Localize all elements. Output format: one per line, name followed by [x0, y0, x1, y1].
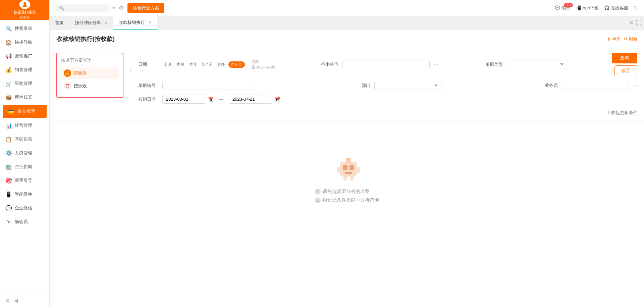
date-custom-badge[interactable]: 自定义 [228, 61, 245, 68]
tab-expand-icon[interactable]: ⛶ [636, 20, 641, 26]
logo-text: 畅捷通好生意 [14, 10, 36, 15]
sidebar-item-purchase[interactable]: 🛒 采购管理 [0, 77, 49, 90]
page-title: 收款核销执行(按收款) [56, 35, 115, 43]
main-content: 🔍 ▾ ⚙ 体验行业方案 💬 消息 99+ 📲 App下载 🎧 在线客服 Rit [50, 0, 644, 307]
refresh-icon: ↺ [624, 37, 627, 42]
export-icon: ⬆ [607, 37, 611, 42]
message-icon: 💬 [555, 5, 560, 10]
date-shortcut-thismonth[interactable]: 本月 [175, 61, 186, 68]
tab-receipt-close-icon[interactable]: ✕ [148, 20, 152, 25]
svg-rect-2 [343, 165, 347, 170]
svg-rect-10 [350, 176, 354, 181]
basics-icon: 📋 [5, 136, 12, 143]
svg-rect-4 [345, 172, 352, 174]
topbar-gear-icon[interactable]: ⚙ [119, 5, 123, 11]
refresh-button[interactable]: ↺ 刷新 [624, 36, 637, 42]
page-inner: 收款核销执行(按收款) ⬆ 导出 ↺ 刷新 按以下方案 [50, 30, 644, 307]
sidebar-item-enterprise[interactable]: 🏢 企业协同 [0, 160, 49, 173]
filter-receipt-label: 按收款 [74, 70, 87, 76]
tabbar: 首页 预付冲应付单 ✕ 收款核销执行 ✕ ✕ ⛶ [50, 16, 644, 30]
topbar-right: 💬 消息 99+ 📲 App下载 🎧 在线客服 Rit [555, 5, 639, 11]
staff-input[interactable] [562, 81, 629, 90]
settings-bottom-icon[interactable]: ⚙ [5, 297, 10, 304]
bill-no-label: 单据编号 [138, 83, 158, 89]
sidebar-item-hardware[interactable]: 📱 智能硬件 [0, 188, 49, 201]
sidebar-item-operations[interactable]: 📊 经营管理 [0, 119, 49, 132]
settings-button[interactable]: 设置 [614, 65, 637, 76]
counterpart-input[interactable] [342, 60, 430, 69]
tab-prepay-close-icon[interactable]: ✕ [104, 20, 108, 25]
sidebar-item-label: 销售管理 [15, 67, 32, 73]
query-form: 日期 上月 本月 本年 近7天 更多 自定义 不限 至 2023-07-26 [138, 53, 637, 116]
sidebar-item-member[interactable]: V 畅会员 [0, 215, 49, 228]
tab-home[interactable]: 首页 [50, 16, 69, 30]
filter-receipt-icon: 💰 [64, 69, 71, 77]
sidebar-item-label: 企业微信 [15, 205, 32, 211]
verify-date-from-calendar-icon[interactable]: 📅 [208, 97, 214, 102]
search-icon-top: 🔍 [59, 6, 64, 10]
filter-option-receivable[interactable]: ⏰ 按应收 [61, 80, 119, 92]
marketing-icon: 📢 [5, 53, 12, 59]
empty-illustration [330, 148, 364, 182]
topbar-chevron-icon[interactable]: ▾ [113, 6, 115, 10]
bill-type-select[interactable] [507, 60, 567, 69]
sidebar-item-sales[interactable]: 💰 销售管理 [0, 63, 49, 76]
topbar-search[interactable]: 🔍 [55, 4, 109, 12]
user-display[interactable]: Rit [634, 6, 639, 10]
tab-close-window-icon[interactable]: ✕ [629, 19, 633, 26]
member-icon: V [5, 218, 12, 225]
staff-dots-icon[interactable]: ··· [633, 83, 637, 89]
sidebar-item-inventory[interactable]: 📦 库存核算 [0, 91, 49, 104]
date-shortcut-7days[interactable]: 近7天 [201, 61, 214, 68]
logo-icon [19, 0, 30, 9]
empty-num-1: 1 [315, 189, 321, 195]
sidebar-item-basics[interactable]: 📋 基础信息 [0, 133, 49, 146]
collapse-sidebar-icon[interactable]: ◀ [14, 297, 18, 304]
sidebar-item-label: 快捷导航 [15, 39, 32, 45]
message-button[interactable]: 💬 消息 99+ [555, 5, 570, 11]
empty-state: 1 请先选择要分析的方案 2 用过滤条件来缩小分析范围 [50, 121, 644, 223]
query-button[interactable]: 查询 [612, 53, 637, 63]
sidebar-item-wechat[interactable]: 💬 企业微信 [0, 201, 49, 215]
filter-option-receipt[interactable]: 💰 按收款 [61, 67, 119, 79]
app-download-button[interactable]: 📲 App下载 [576, 5, 599, 11]
verify-date-to-input[interactable] [229, 95, 272, 104]
export-button[interactable]: ⬆ 导出 [607, 36, 621, 42]
verify-date-from-wrap: 📅 [162, 95, 214, 104]
svg-point-0 [23, 2, 26, 5]
sidebar-item-system[interactable]: ⚙️ 系统管理 [0, 146, 49, 160]
tab-prepay[interactable]: 预付冲应付单 ✕ [69, 16, 113, 30]
collapse-conditions-button[interactable]: 《 收起更多条件 [605, 110, 637, 116]
topbar: 🔍 ▾ ⚙ 体验行业方案 💬 消息 99+ 📲 App下载 🎧 在线客服 Rit [50, 0, 644, 16]
page: 收款核销执行(按收款) ⬆ 导出 ↺ 刷新 按以下方案 [50, 30, 644, 307]
collapse-filter-button[interactable]: 《 [126, 66, 133, 74]
bill-no-input[interactable] [162, 81, 256, 90]
sidebar-item-search[interactable]: 🔍 搜索菜单 [0, 22, 49, 35]
message-badge: 99+ [564, 3, 573, 7]
system-icon: ⚙️ [5, 150, 12, 156]
sidebar: 畅捷通好生意 标准版 🔍 搜索菜单 🏠 快捷导航 📢 营销推广 💰 销售管理 🛒… [0, 0, 50, 307]
online-service-button[interactable]: 🎧 在线客服 [604, 5, 628, 11]
department-select[interactable] [374, 81, 441, 90]
svg-rect-7 [337, 167, 340, 173]
collapse-conditions-icon: 《 [605, 110, 610, 116]
sidebar-nav: 🔍 搜索菜单 🏠 快捷导航 📢 营销推广 💰 销售管理 🛒 采购管理 📦 库存核… [0, 20, 49, 294]
sidebar-item-newbie[interactable]: 🎯 新手引导 [0, 174, 49, 187]
date-shortcut-thisyear[interactable]: 本年 [188, 61, 199, 68]
date-to-text: 至 2023-07-26 [252, 65, 275, 70]
solution-button[interactable]: 体验行业方案 [127, 3, 164, 13]
date-shortcut-lastmonth[interactable]: 上月 [162, 61, 173, 68]
date-shortcut-more[interactable]: 更多 [216, 61, 226, 68]
tab-receipt[interactable]: 收款核销执行 ✕ [113, 16, 157, 30]
sidebar-item-label: 系统管理 [15, 150, 32, 156]
verify-date-to-calendar-icon[interactable]: 📅 [274, 97, 280, 102]
svg-rect-9 [343, 176, 347, 181]
page-header-actions: ⬆ 导出 ↺ 刷新 [607, 36, 637, 42]
department-label: 部门 [357, 83, 370, 89]
sidebar-item-nav[interactable]: 🏠 快捷导航 [0, 36, 49, 49]
sidebar-item-funds[interactable]: 💳 资金管理 [3, 105, 47, 118]
sidebar-item-marketing[interactable]: 📢 营销推广 [0, 49, 49, 63]
counterpart-dots-icon[interactable]: ··· [434, 61, 438, 67]
date-unlimited-text: 不限 [252, 59, 275, 64]
verify-date-from-input[interactable] [162, 95, 206, 104]
